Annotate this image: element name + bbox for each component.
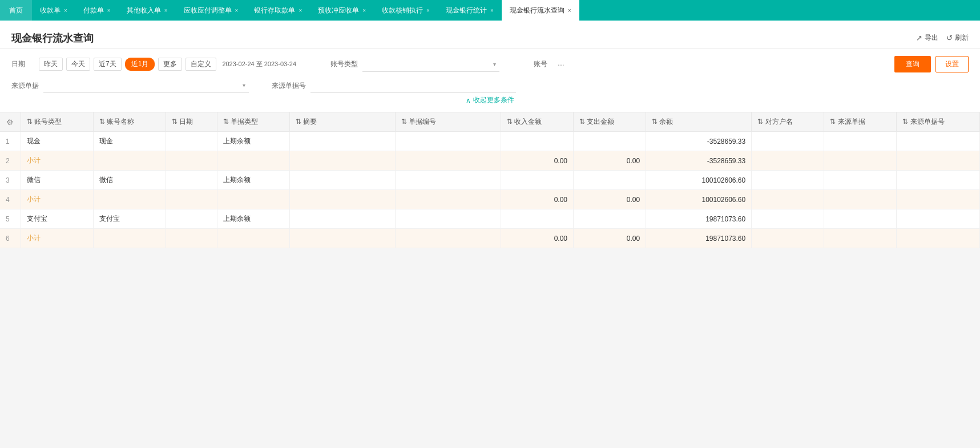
- col-date-label: ⇅ 日期: [172, 118, 193, 126]
- cell-income: [501, 209, 573, 229]
- cell-account-name: 支付宝: [93, 209, 166, 229]
- cell-account-type: 小计: [21, 229, 93, 248]
- row-number: 5: [0, 209, 21, 229]
- date-btn-1month[interactable]: 近1月: [125, 58, 155, 71]
- chevron-down-icon-2: ▾: [243, 82, 245, 88]
- cell-date: [166, 229, 217, 248]
- nav-tab-adjustment[interactable]: 应收应付调整单 ×: [176, 0, 247, 21]
- date-btn-yesterday[interactable]: 昨天: [39, 58, 63, 71]
- date-btn-today[interactable]: 今天: [66, 58, 90, 71]
- tab-close-icon[interactable]: ×: [426, 7, 430, 14]
- tab-close-icon[interactable]: ×: [299, 7, 302, 14]
- cell-doc-type: [217, 229, 289, 248]
- cell-account-name: [93, 151, 166, 171]
- col-summary-label: ⇅ 摘要: [296, 118, 317, 126]
- cell-balance: 19871073.60: [646, 209, 752, 229]
- tab-close-icon[interactable]: ×: [64, 7, 67, 14]
- data-table-container: ⚙ ⇅ 账号类型 ⇅ 账号名称 ⇅ 日期 ⇅ 单据类型 ⇅ 摘要: [0, 112, 980, 248]
- table-row[interactable]: 3微信微信上期余额100102606.60: [0, 171, 980, 190]
- col-summary: ⇅ 摘要: [289, 112, 395, 132]
- nav-tab-bank-deposit[interactable]: 银行存取款单 ×: [246, 0, 310, 21]
- cell-expense: 0.00: [574, 190, 646, 209]
- col-counterpart: ⇅ 对方户名: [752, 112, 824, 132]
- tab-close-icon[interactable]: ×: [235, 7, 239, 14]
- filter-row-1: 日期 昨天 今天 近7天 近1月 更多 自定义 2023-02-24 至 202…: [11, 56, 969, 72]
- tab-close-icon[interactable]: ×: [490, 7, 494, 14]
- collapse-filters-button[interactable]: ∧ 收起更多条件: [11, 95, 969, 105]
- cell-doc-no: [395, 190, 501, 209]
- col-account-name-label: ⇅ 账号名称: [99, 118, 134, 126]
- cell-doc-type: [217, 190, 289, 209]
- account-type-select[interactable]: ▾: [362, 57, 499, 72]
- row-number: 1: [0, 132, 21, 151]
- cell-income: [501, 132, 573, 151]
- cell-date: [166, 151, 217, 171]
- nav-home[interactable]: 首页: [0, 0, 32, 21]
- cell-summary: [289, 229, 395, 248]
- tab-label: 收款核销执行: [382, 6, 423, 15]
- tab-close-icon[interactable]: ×: [107, 7, 111, 14]
- cell-source-doc-no: [897, 132, 980, 151]
- cell-doc-no: [395, 132, 501, 151]
- account-type-label: 账号类型: [330, 59, 358, 69]
- date-btn-custom[interactable]: 自定义: [185, 58, 216, 71]
- cell-source-doc-no: [897, 190, 980, 209]
- refresh-button[interactable]: ↺ 刷新: [946, 33, 969, 43]
- table-row[interactable]: 5支付宝支付宝上期余额19871073.60: [0, 209, 980, 229]
- cell-source-doc-no: [897, 209, 980, 229]
- date-btn-more[interactable]: 更多: [158, 58, 182, 71]
- cell-balance: 100102606.60: [646, 190, 752, 209]
- tab-label: 预收冲应收单: [318, 6, 359, 15]
- cell-account-name: [93, 190, 166, 209]
- tab-close-icon[interactable]: ×: [568, 7, 571, 14]
- source-doc-select[interactable]: ▾: [43, 78, 249, 93]
- col-account-type-label: ⇅ 账号类型: [27, 118, 62, 126]
- tab-label: 现金银行流水查询: [510, 6, 564, 15]
- nav-tab-receipt[interactable]: 收款单 ×: [32, 0, 75, 21]
- cell-account-type: 微信: [21, 171, 93, 190]
- cell-income: [501, 171, 573, 190]
- cell-summary: [289, 132, 395, 151]
- cell-summary: [289, 190, 395, 209]
- date-btn-7days[interactable]: 近7天: [94, 58, 122, 71]
- nav-tab-verification[interactable]: 收款核销执行 ×: [374, 0, 438, 21]
- cell-date: [166, 190, 217, 209]
- nav-tab-other-income[interactable]: 其他收入单 ×: [119, 0, 176, 21]
- cell-expense: [574, 171, 646, 190]
- table-row[interactable]: 1现金现金上期余额-3528659.33: [0, 132, 980, 151]
- table-row[interactable]: 2小计0.000.00-3528659.33: [0, 151, 980, 171]
- tab-close-icon[interactable]: ×: [362, 7, 366, 14]
- chevron-down-icon: ▾: [493, 61, 496, 67]
- page-title: 现金银行流水查询: [11, 31, 94, 45]
- nav-tab-statistics[interactable]: 现金银行统计 ×: [438, 0, 502, 21]
- col-doc-no: ⇅ 单据编号: [395, 112, 501, 132]
- table-header: ⚙ ⇅ 账号类型 ⇅ 账号名称 ⇅ 日期 ⇅ 单据类型 ⇅ 摘要: [0, 112, 980, 132]
- cell-income: 0.00: [501, 190, 573, 209]
- cell-counterpart: [752, 229, 824, 248]
- query-button[interactable]: 查询: [894, 56, 931, 72]
- table-row[interactable]: 4小计0.000.00100102606.60: [0, 190, 980, 209]
- source-doc-no-label: 来源单据号: [272, 81, 306, 91]
- cell-counterpart: [752, 151, 824, 171]
- settings-button[interactable]: 设置: [935, 56, 969, 72]
- table-row[interactable]: 6小计0.000.0019871073.60: [0, 229, 980, 248]
- col-doc-type-label: ⇅ 单据类型: [223, 118, 258, 126]
- tab-close-icon[interactable]: ×: [164, 7, 168, 14]
- row-number: 2: [0, 151, 21, 171]
- nav-tab-advance[interactable]: 预收冲应收单 ×: [310, 0, 374, 21]
- cell-account-type: 现金: [21, 132, 93, 151]
- export-label: 导出: [925, 33, 938, 43]
- col-account-type: ⇅ 账号类型: [21, 112, 93, 132]
- nav-tab-payment[interactable]: 付款单 ×: [75, 0, 119, 21]
- gear-icon[interactable]: ⚙: [6, 118, 14, 127]
- nav-tab-bank-flow[interactable]: 现金银行流水查询 ×: [502, 0, 579, 21]
- cell-counterpart: [752, 209, 824, 229]
- tab-label: 现金银行统计: [446, 6, 487, 15]
- export-button[interactable]: ↗ 导出: [916, 33, 938, 43]
- more-options-icon[interactable]: ···: [558, 60, 564, 69]
- cell-date: [166, 209, 217, 229]
- cell-account-type: 小计: [21, 190, 93, 209]
- source-doc-no-input[interactable]: [310, 78, 516, 93]
- cell-account-type: 小计: [21, 151, 93, 171]
- col-date: ⇅ 日期: [166, 112, 217, 132]
